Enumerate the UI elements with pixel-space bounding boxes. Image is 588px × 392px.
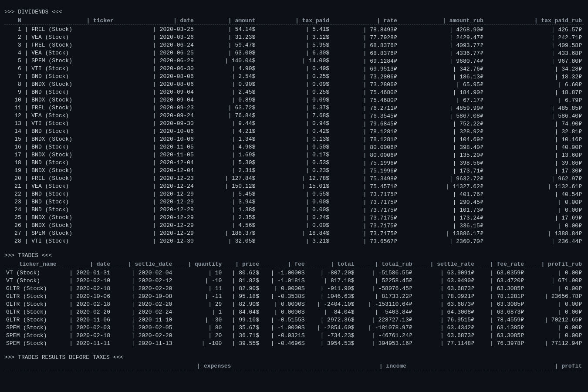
dividends-header-row: N | ticker | date | amount | tax_paid | … — [4, 17, 584, 25]
table-cell: | 101.73₽ — [399, 206, 485, 214]
table-cell: | 13.60₽ — [485, 151, 584, 159]
table-cell: | 0.55$ — [257, 190, 331, 198]
table-cell: | 73.7175₽ — [331, 222, 399, 230]
table-cell: 8 — [4, 81, 23, 88]
table-cell: | 17.30₽ — [485, 167, 584, 175]
table-cell: | 4859.99₽ — [399, 104, 485, 112]
table-cell: | 2360.70₽ — [399, 237, 485, 245]
table-cell: | -30 — [174, 316, 223, 324]
table-cell: GLTR (Stock) — [4, 300, 58, 308]
table-cell: 25 — [4, 214, 23, 222]
table-cell: | 0.23$ — [257, 167, 331, 175]
table-row: 27 | SPEM (Stock) | 2020-12-29 | 188.37$… — [4, 230, 584, 237]
table-cell: | 2020-02-18 — [58, 300, 112, 308]
table-cell: | 76.2711₽ — [331, 104, 399, 112]
table-cell: | 426.57₽ — [485, 26, 584, 34]
table-row: GLTR (Stock) | 2020-02-18 | 2020-02-20 |… — [4, 284, 584, 292]
table-cell: | 36.71$ — [223, 331, 261, 339]
table-cell: | 20 — [174, 331, 223, 339]
table-cell: | BNDX (Stock) — [23, 81, 115, 88]
table-cell: | 23656.78₽ — [526, 292, 584, 300]
table-cell: | 2020-08-06 — [115, 73, 196, 81]
table-cell: | 63.00$ — [196, 49, 257, 57]
col-n: N — [4, 17, 23, 25]
table-cell: | 0.00$ — [257, 222, 331, 230]
col-trade-date: | date — [58, 260, 112, 268]
table-row: 6 | VTI (Stock) | 2020-06-30 | 4.90$ | 0… — [4, 65, 584, 73]
table-cell: | 2020-10-08 — [112, 292, 174, 300]
table-cell: | 328.92₽ — [399, 128, 485, 135]
table-cell: | 188.37$ — [196, 230, 257, 237]
table-cell: | 78.1281₽ — [476, 292, 526, 300]
table-cell: | 2.54$ — [196, 73, 257, 81]
table-cell: | 2020-12-30 — [115, 237, 196, 245]
table-cell: | 0.00₽ — [485, 198, 584, 206]
table-cell: | 236.44₽ — [485, 237, 584, 245]
table-row: SPEM (Stock) | 2020-11-11 | 2020-11-13 |… — [4, 339, 584, 347]
table-cell: | 81.82$ — [223, 277, 261, 284]
table-cell: | -181078.97₽ — [356, 324, 414, 331]
table-cell: | 18.84$ — [257, 230, 331, 237]
table-cell: | 0.00$ — [257, 198, 331, 206]
table-cell: | 76.3545₽ — [331, 112, 399, 120]
col-ticker-name: ticker_name — [4, 260, 58, 268]
table-cell: | 63.1385₽ — [476, 324, 526, 331]
table-cell: | 34.28₽ — [485, 65, 584, 73]
table-cell: | -58076.45₽ — [356, 284, 414, 292]
table-cell: | -1.0181$ — [261, 277, 307, 284]
table-cell: | 10 — [174, 269, 223, 277]
table-cell: | 73.2806₽ — [331, 81, 399, 88]
table-cell: 20 — [4, 175, 23, 182]
table-row: 17 | BNDX (Stock) | 2020-11-05 | 1.69$ |… — [4, 151, 584, 159]
col-tax-paid: | tax_paid — [257, 17, 331, 25]
table-cell: | 11 — [174, 284, 223, 292]
col-amount-rub: | amount_rub — [399, 17, 485, 25]
col-settle-rate: | settle_rate — [414, 260, 476, 268]
col-settle-date: | settle_date — [112, 260, 174, 268]
table-cell: | 5.41$ — [257, 26, 331, 34]
table-cell: | -2404.10$ — [307, 300, 356, 308]
table-cell: | 73.2806₽ — [331, 73, 399, 81]
table-cell: | FREL (Stock) — [23, 175, 115, 182]
table-cell: GLTR (Stock) — [4, 308, 58, 316]
table-cell: | 485.85₽ — [485, 104, 584, 112]
table-cell: | 18.32₽ — [485, 73, 584, 81]
table-cell: | 80 — [174, 324, 223, 331]
table-cell: | 73.7175₽ — [331, 230, 399, 237]
table-cell: | 2429.47₽ — [399, 34, 485, 41]
table-row: 22 | BND (Stock) | 2020-12-29 | 5.45$ | … — [4, 190, 584, 198]
table-cell: | 2020-10-06 — [115, 128, 196, 135]
table-cell: | 76.84$ — [196, 112, 257, 120]
table-cell: | VEA (Stock) — [23, 49, 115, 57]
table-cell: | 35.67$ — [223, 324, 261, 331]
table-cell: | 73.6567₽ — [331, 237, 399, 245]
table-cell: | 6.60₽ — [485, 81, 584, 88]
table-cell: 2 — [4, 34, 23, 41]
table-cell: | 2020-01-31 — [58, 269, 112, 277]
table-cell: | 5.95$ — [257, 41, 331, 49]
table-cell: | 1.69$ — [196, 151, 257, 159]
table-cell: | 2972.36$ — [307, 316, 356, 324]
table-cell: | 2020-06-24 — [115, 41, 196, 49]
table-cell: | 2.45$ — [196, 88, 257, 96]
table-cell: | 2020-12-29 — [115, 198, 196, 206]
table-cell: SPEM (Stock) — [4, 324, 58, 331]
table-cell: | 63.6873₽ — [476, 308, 526, 316]
table-cell: | 0.13$ — [257, 135, 331, 143]
table-cell: | 79.6845₽ — [331, 120, 399, 128]
table-cell: | 0.00₽ — [526, 308, 584, 316]
table-cell: | 2020-02-20 — [112, 284, 174, 292]
table-cell: | FREL (Stock) — [23, 26, 115, 34]
table-cell: | 3.21$ — [257, 237, 331, 245]
table-cell: | FREL (Stock) — [23, 41, 115, 49]
col-quantity: | quantity — [174, 260, 223, 268]
table-cell: | 54.14$ — [196, 26, 257, 34]
table-cell: | 0.09$ — [257, 96, 331, 104]
table-cell: | 68.8376₽ — [331, 41, 399, 49]
table-cell: | 4.21$ — [196, 128, 257, 135]
table-cell: | 228727.13₽ — [356, 316, 414, 324]
table-cell: | 173.71₽ — [399, 167, 485, 175]
table-cell: | 3954.53$ — [307, 339, 356, 347]
table-cell: | 0.25$ — [257, 88, 331, 96]
table-row: 1 | FREL (Stock) | 2020-03-25 | 54.14$ |… — [4, 26, 584, 34]
